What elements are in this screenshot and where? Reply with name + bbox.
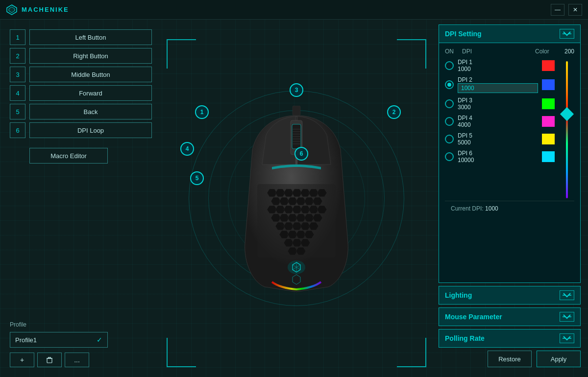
dpi-panel-header[interactable]: DPI Setting	[439, 25, 580, 43]
mouse-param-toggle-icon[interactable]	[560, 312, 574, 322]
button-number-1[interactable]: 1	[10, 29, 25, 45]
button-number-3[interactable]: 3	[10, 67, 25, 82]
dpi-row-6: DPI 6 10000	[445, 150, 555, 164]
machenike-logo-icon	[6, 4, 18, 16]
button-number-5[interactable]: 5	[10, 104, 25, 119]
profile-delete-button[interactable]	[37, 353, 62, 367]
button-label-1[interactable]: Left Button	[29, 29, 152, 45]
logo-area: MACHENIKE	[6, 4, 69, 16]
dpi-row-1: DPI 1 1000	[445, 59, 555, 72]
mouse-indicator-4[interactable]: 4	[180, 142, 194, 156]
lighting-panel-header[interactable]: Lighting	[439, 286, 580, 304]
mouse-param-panel: Mouse Parameter	[439, 307, 581, 326]
dpi-row-3: DPI 3 3000	[445, 97, 555, 111]
svg-marker-1	[9, 7, 15, 13]
main-content: 1 Left Button 2 Right Button 3 Middle Bu…	[0, 20, 588, 377]
profile-dropdown[interactable]: Profile1 ✓	[10, 332, 108, 348]
lighting-chevron-icon	[563, 292, 571, 298]
dpi-name-6: DPI 6	[458, 150, 538, 157]
mouse-param-panel-title: Mouse Parameter	[445, 313, 502, 321]
corner-decoration-tr	[397, 39, 426, 69]
button-label-3[interactable]: Middle Button	[29, 67, 152, 82]
button-number-2[interactable]: 2	[10, 48, 25, 64]
polling-rate-panel-title: Polling Rate	[445, 334, 485, 342]
button-row-1: 1 Left Button	[10, 29, 152, 45]
dpi-col-value-label: 200	[564, 48, 574, 55]
restore-button[interactable]: Restore	[488, 351, 532, 367]
minimize-button[interactable]: —	[551, 4, 564, 16]
button-list: 1 Left Button 2 Right Button 3 Middle Bu…	[10, 29, 152, 138]
dpi-radio-6[interactable]	[445, 152, 454, 161]
profile-more-button[interactable]: ...	[65, 353, 89, 367]
dpi-name-val-6: DPI 6 10000	[458, 150, 538, 164]
dpi-slider-track[interactable]	[566, 61, 568, 198]
button-label-2[interactable]: Right Button	[29, 48, 152, 64]
action-buttons: Restore Apply	[439, 346, 581, 367]
dpi-name-4: DPI 4	[458, 115, 538, 121]
svg-rect-2	[47, 358, 52, 363]
window-controls: — ✕	[551, 4, 582, 16]
profile-add-button[interactable]: +	[10, 353, 34, 367]
current-dpi-display: Current DPI: 1000	[445, 201, 574, 214]
dpi-panel-title: DPI Setting	[445, 30, 482, 38]
polling-rate-toggle-icon[interactable]	[560, 333, 574, 343]
dpi-slider-column	[560, 59, 574, 198]
dpi-name-val-5: DPI 5 5000	[458, 132, 538, 146]
dpi-slider-area: DPI 1 1000 DPI 2 1000 DPI 3 3000	[445, 59, 574, 198]
dpi-color-2[interactable]	[542, 79, 555, 90]
button-label-4[interactable]: Forward	[29, 85, 152, 101]
polling-rate-chevron-icon	[563, 335, 571, 341]
button-label-6[interactable]: DPI Loop	[29, 122, 152, 138]
dpi-val-box-2[interactable]: 1000	[458, 83, 538, 93]
mouse-indicator-5[interactable]: 5	[190, 171, 204, 185]
left-panel: 1 Left Button 2 Right Button 3 Middle Bu…	[0, 20, 162, 377]
dpi-name-3: DPI 3	[458, 97, 538, 104]
right-panel: DPI Setting ON DPI Color 200	[431, 20, 588, 377]
button-number-6[interactable]: 6	[10, 122, 25, 138]
mouse-indicator-3[interactable]: 3	[290, 83, 303, 97]
mouse-param-panel-header[interactable]: Mouse Parameter	[439, 308, 580, 326]
button-number-4[interactable]: 4	[10, 85, 25, 101]
dpi-color-4[interactable]	[542, 116, 555, 127]
polling-rate-panel: Polling Rate	[439, 329, 581, 348]
mouse-visualization	[233, 106, 360, 299]
mouse-svg	[233, 106, 360, 297]
dpi-radio-3[interactable]	[445, 99, 454, 108]
dpi-slider-thumb[interactable]	[560, 107, 574, 121]
dpi-col-color-label: Color	[535, 48, 564, 55]
mouse-indicator-1[interactable]: 1	[195, 105, 209, 119]
profile-label: Profile	[10, 321, 152, 328]
dpi-name-val-3: DPI 3 3000	[458, 97, 538, 111]
button-row-3: 3 Middle Button	[10, 67, 152, 82]
dpi-radio-4[interactable]	[445, 117, 454, 126]
dpi-color-1[interactable]	[542, 60, 555, 71]
dpi-radio-1[interactable]	[445, 61, 454, 70]
dpi-color-3[interactable]	[542, 98, 555, 109]
button-label-5[interactable]: Back	[29, 104, 152, 119]
lighting-toggle-icon[interactable]	[560, 290, 574, 300]
close-button[interactable]: ✕	[568, 4, 582, 16]
dpi-val-5: 5000	[458, 139, 538, 146]
app-title: MACHENIKE	[22, 6, 69, 13]
dpi-rows: DPI 1 1000 DPI 2 1000 DPI 3 3000	[445, 59, 555, 198]
current-dpi-value: 1000	[485, 205, 498, 212]
dpi-val-6: 10000	[458, 157, 538, 164]
button-row-2: 2 Right Button	[10, 48, 152, 64]
dpi-color-6[interactable]	[542, 151, 555, 162]
button-row-5: 5 Back	[10, 104, 152, 119]
dpi-radio-2[interactable]	[445, 80, 454, 89]
dpi-toggle-icon[interactable]	[560, 29, 574, 39]
mouse-indicator-6[interactable]: 6	[294, 147, 308, 161]
mouse-indicator-2[interactable]: 2	[387, 105, 401, 119]
dpi-radio-5[interactable]	[445, 135, 454, 143]
dpi-name-2: DPI 2	[458, 76, 538, 83]
apply-button[interactable]: Apply	[537, 351, 581, 367]
dpi-color-5[interactable]	[542, 134, 555, 144]
lighting-panel: Lighting	[439, 286, 581, 305]
macro-editor-button[interactable]: Macro Editor	[29, 148, 108, 164]
svg-rect-63	[293, 106, 300, 116]
polling-rate-panel-header[interactable]: Polling Rate	[439, 330, 580, 347]
button-row-6: 6 DPI Loop	[10, 122, 152, 138]
profile-value: Profile1	[15, 336, 37, 344]
dpi-name-val-1: DPI 1 1000	[458, 59, 538, 72]
